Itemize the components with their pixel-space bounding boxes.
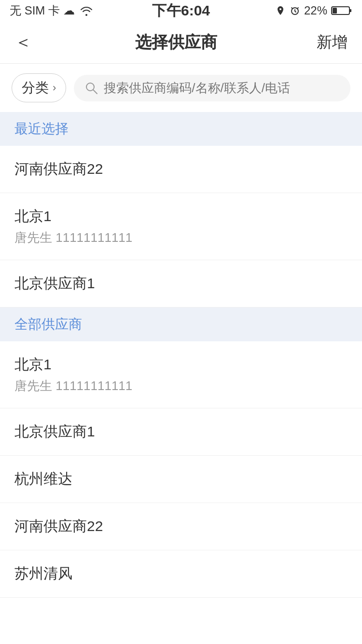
back-button[interactable]: ＜ [14,30,43,54]
category-button[interactable]: 分类 › [12,73,66,102]
status-left: 无 SIM 卡 ☁ [10,3,93,18]
add-button[interactable]: 新增 [309,32,348,53]
all-section-label: 全部供应商 [14,317,82,332]
status-bar: 无 SIM 卡 ☁ 下午6:04 22% [0,0,362,21]
item-name: 苏州清风 [14,564,348,584]
item-name: 北京1 [14,207,348,226]
list-item[interactable]: 河南供应商22 [0,503,362,550]
list-item[interactable]: 北京1唐先生 11111111111 [0,193,362,260]
list-item[interactable]: 北京供应商1 [0,408,362,456]
location-icon [275,5,286,16]
item-name: 北京1 [14,355,348,375]
list-item[interactable]: 杭州维达 [0,456,362,503]
list-item[interactable]: 河南供应商22 [0,146,362,193]
status-time: 下午6:04 [152,1,210,21]
list-item[interactable]: 苏州清风 [0,550,362,598]
sim-label: 无 SIM 卡 ☁ [10,3,75,18]
item-name: 北京供应商1 [14,274,348,294]
list-item[interactable]: 北京供应商1 [0,260,362,308]
page-title: 选择供应商 [43,31,309,54]
all-list: 北京1唐先生 11111111111北京供应商1杭州维达河南供应商22苏州清风 [0,341,362,598]
status-right: 22% [275,4,352,17]
search-icon [84,81,98,95]
list-item[interactable]: 北京1唐先生 11111111111 [0,341,362,408]
search-box[interactable] [74,75,350,101]
svg-rect-2 [349,9,351,12]
recent-list: 河南供应商22北京1唐先生 11111111111北京供应商1 [0,146,362,308]
nav-bar: ＜ 选择供应商 新增 [0,21,362,64]
alarm-icon [290,5,300,16]
recent-section-header: 最近选择 [0,112,362,146]
recent-section-label: 最近选择 [14,121,69,136]
svg-rect-3 [333,8,337,14]
item-name: 河南供应商22 [14,159,348,179]
category-label: 分类 [22,79,49,97]
item-name: 杭州维达 [14,469,348,489]
wifi-icon [80,5,93,16]
item-sub: 唐先生 11111111111 [14,229,348,246]
item-name: 河南供应商22 [14,517,348,536]
battery-icon [331,5,352,16]
search-input[interactable] [104,81,340,96]
item-name: 北京供应商1 [14,422,348,442]
all-section-header: 全部供应商 [0,308,362,341]
battery-percent: 22% [304,4,327,17]
svg-line-5 [93,90,97,94]
item-sub: 唐先生 11111111111 [14,378,348,394]
chevron-right-icon: › [53,82,56,94]
filter-row: 分类 › [0,64,362,112]
